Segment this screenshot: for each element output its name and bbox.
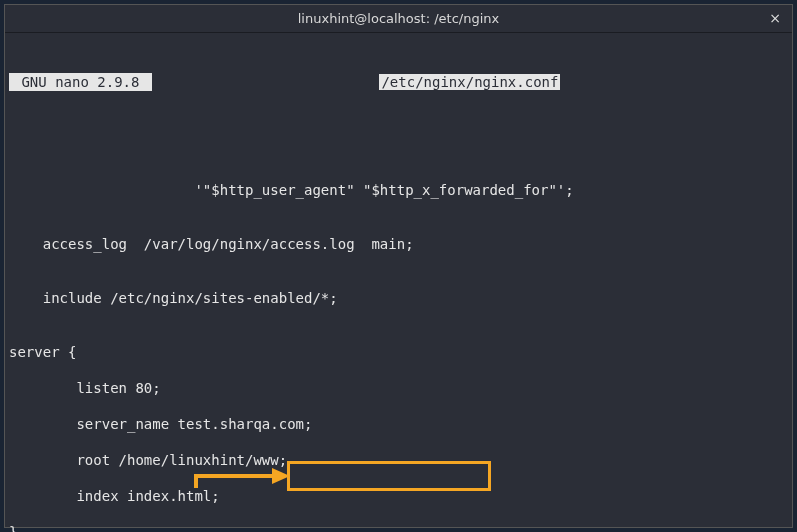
- nano-header: GNU nano 2.9.8 /etc/nginx/nginx.conf: [9, 73, 788, 91]
- window-title: linuxhint@localhost: /etc/nginx: [298, 11, 500, 26]
- code-line: index index.html;: [9, 487, 788, 505]
- code-line: listen 80;: [9, 379, 788, 397]
- code-line: access_log /var/log/nginx/access.log mai…: [9, 235, 788, 253]
- code-line: include /etc/nginx/sites-enabled/*;: [9, 289, 788, 307]
- file-content: '"$http_user_agent" "$http_x_forwarded_f…: [9, 145, 788, 532]
- code-line: server {: [9, 343, 788, 361]
- code-line: server_name test.sharqa.com;: [9, 415, 788, 433]
- code-line: root /home/linuxhint/www;: [9, 451, 788, 469]
- code-line: }: [9, 523, 788, 532]
- terminal-window: linuxhint@localhost: /etc/nginx × GNU na…: [4, 4, 793, 528]
- titlebar: linuxhint@localhost: /etc/nginx ×: [5, 5, 792, 33]
- code-line: '"$http_user_agent" "$http_x_forwarded_f…: [9, 181, 788, 199]
- close-icon[interactable]: ×: [766, 9, 784, 27]
- terminal-area[interactable]: GNU nano 2.9.8 /etc/nginx/nginx.conf '"$…: [5, 33, 792, 532]
- nano-file-path: /etc/nginx/nginx.conf: [379, 74, 560, 90]
- nano-app-version: GNU nano 2.9.8: [9, 73, 152, 91]
